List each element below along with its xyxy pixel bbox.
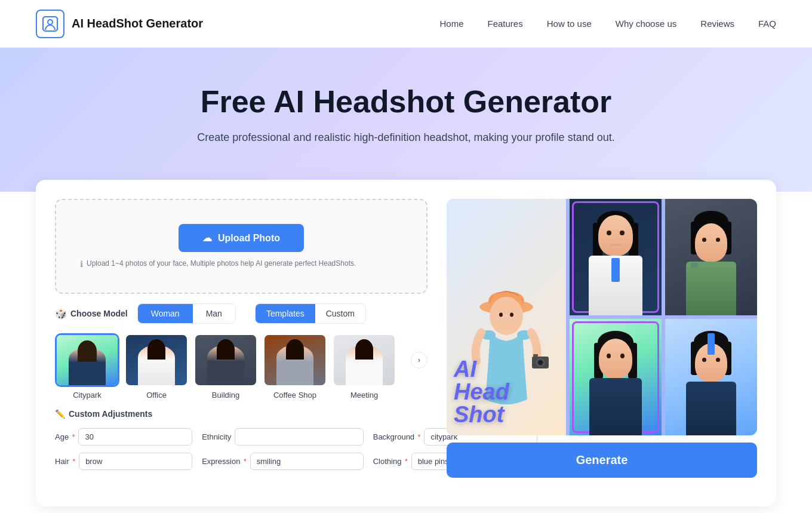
scene-office[interactable]: Office (124, 333, 189, 400)
scene-office-label: Office (146, 391, 167, 400)
svg-rect-12 (533, 354, 538, 357)
svg-point-5 (499, 313, 503, 317)
scene-coffee-shop[interactable]: Coffee Shop (263, 333, 327, 400)
model-toggle: Woman Man (137, 303, 236, 324)
scene-meeting-img (332, 333, 396, 387)
scene-citypark-img (55, 333, 119, 387)
scene-office-img (124, 333, 189, 387)
preview-cell-green (665, 199, 757, 315)
hair-field: Hair * (55, 453, 192, 470)
background-label: Background * (373, 432, 421, 441)
nav-home[interactable]: Home (439, 19, 463, 29)
template-templates-button[interactable]: Templates (256, 304, 315, 323)
generate-btn-wrap: Generate (447, 443, 757, 478)
scene-citypark[interactable]: Citypark (55, 333, 119, 400)
left-panel: ☁ Upload Photo ℹ Upload 1~4 photos of yo… (55, 199, 427, 478)
ethnicity-label: Ethnicity (202, 432, 231, 441)
template-toggle: Templates Custom (255, 303, 366, 324)
hero-section: Free AI Headshot Generator Create profes… (0, 48, 812, 192)
scenes-row: Citypark Office (55, 333, 427, 400)
upload-button[interactable]: ☁ Upload Photo (179, 224, 304, 252)
ai-text-overlay: AIHeadShot (454, 358, 509, 426)
upload-hint-text: Upload 1~4 photos of your face, Multiple… (87, 259, 356, 268)
info-icon: ℹ (80, 259, 83, 269)
generate-button[interactable]: Generate (447, 443, 757, 478)
scene-meeting[interactable]: Meeting (332, 333, 396, 400)
scene-building-img (193, 333, 258, 387)
ethnicity-input[interactable] (235, 428, 363, 446)
scene-coffee-shop-img (263, 333, 327, 387)
model-label-text: Choose Model (70, 309, 128, 318)
scene-meeting-label: Meeting (350, 391, 378, 400)
nav-reviews[interactable]: Reviews (700, 19, 734, 29)
age-label: Age * (55, 432, 75, 441)
model-man-button[interactable]: Man (193, 304, 235, 323)
scenes-next-button[interactable]: › (411, 352, 427, 368)
nav-why-choose-us[interactable]: Why choose us (616, 19, 677, 29)
logo-icon (36, 10, 64, 38)
clothing-label: Clothing * (373, 457, 408, 466)
upload-cloud-icon: ☁ (202, 232, 212, 244)
custom-adj-icon: ✏️ (55, 409, 65, 419)
right-panel: AIHeadShot (447, 199, 757, 478)
logo: AI HeadShot Generator (36, 10, 203, 38)
upload-area: ☁ Upload Photo ℹ Upload 1~4 photos of yo… (55, 199, 427, 294)
template-custom-button[interactable]: Custom (315, 304, 365, 323)
scene-building[interactable]: Building (193, 333, 258, 400)
upload-button-label: Upload Photo (218, 233, 280, 244)
expression-label: Expression * (202, 457, 247, 466)
navbar: AI HeadShot Generator Home Features How … (0, 0, 812, 48)
custom-adjustments: ✏️ Custom Adjustments Age * Ethnicity Ba… (55, 409, 427, 470)
model-label: 🎲 Choose Model (55, 308, 128, 320)
preview-cell-office1 (570, 199, 662, 315)
hair-label: Hair * (55, 457, 75, 466)
upload-hint: ℹ Upload 1~4 photos of your face, Multip… (80, 259, 402, 269)
hero-title: Free AI Headshot Generator (36, 84, 776, 119)
hero-subtitle: Create professional and realistic high-d… (36, 131, 776, 144)
preview-cell-illustration: AIHeadShot (447, 199, 566, 435)
custom-adj-label-text: Custom Adjustments (69, 409, 152, 419)
nav-faq[interactable]: FAQ (758, 19, 776, 29)
svg-point-11 (539, 361, 542, 364)
age-input[interactable] (78, 428, 192, 446)
nav-how-to-use[interactable]: How to use (547, 19, 592, 29)
model-woman-button[interactable]: Woman (138, 304, 193, 323)
hair-input[interactable] (79, 453, 192, 470)
nav-links: Home Features How to use Why choose us R… (439, 19, 776, 29)
svg-point-6 (510, 313, 513, 317)
svg-point-4 (490, 297, 523, 335)
expression-field: Expression * (202, 453, 364, 470)
expression-input[interactable] (250, 453, 364, 470)
main-card: ☁ Upload Photo ℹ Upload 1~4 photos of yo… (36, 180, 776, 506)
svg-point-1 (48, 20, 53, 24)
scene-citypark-label: Citypark (73, 391, 102, 400)
scene-building-label: Building (212, 391, 239, 400)
scene-coffee-shop-label: Coffee Shop (273, 391, 316, 400)
logo-text: AI HeadShot Generator (72, 17, 203, 30)
preview-cell-building (665, 319, 757, 435)
adj-grid: Age * Ethnicity Background * Hair * (55, 428, 427, 470)
nav-features[interactable]: Features (488, 19, 523, 29)
preview-cell-outdoor1 (570, 319, 662, 435)
ethnicity-field: Ethnicity (202, 428, 364, 446)
model-icon: 🎲 (55, 308, 67, 320)
custom-adj-label: ✏️ Custom Adjustments (55, 409, 427, 419)
preview-grid: AIHeadShot (447, 199, 757, 435)
age-field: Age * (55, 428, 192, 446)
model-row: 🎲 Choose Model Woman Man Templates Custo… (55, 303, 427, 324)
